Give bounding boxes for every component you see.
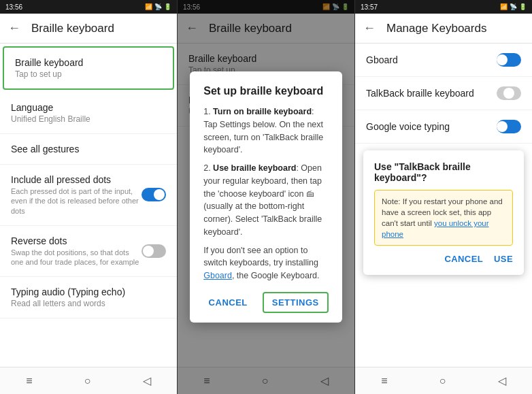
step2-title: Use braille keyboard (213, 163, 296, 173)
status-bar-3: 13:57 📶 📡 🔋 (355, 0, 532, 14)
page-title-3: Manage Keyboards (386, 22, 486, 35)
include-dots-subtitle: Each pressed dot is part of the input, e… (11, 186, 140, 216)
gboard-label: Gboard (366, 54, 398, 65)
include-dots-toggle[interactable] (142, 188, 166, 201)
gboard-link[interactable]: Gboard (203, 271, 232, 280)
setting-braille-keyboard-title: Braille keyboard (15, 57, 162, 68)
wifi-icon-1: 📡 (154, 3, 162, 10)
page-title-1: Braille keyboard (31, 22, 114, 35)
setting-see-all-gestures[interactable]: See all gestures (0, 134, 177, 165)
dialog-overlay: Set up braille keyboard 1. Turn on brail… (178, 0, 354, 394)
google-voice-label: Google voice typing (366, 121, 450, 132)
battery-icon-1: 🔋 (164, 3, 171, 10)
setting-language-subtitle: Unified English Braille (11, 114, 166, 124)
top-bar-3: ← Manage Keyboards (355, 14, 532, 44)
dialog-settings-button[interactable]: Settings (263, 292, 329, 313)
time-3: 13:57 (361, 3, 378, 11)
nav-back-3[interactable]: ◁ (498, 374, 506, 387)
battery-icon-3: 🔋 (519, 3, 527, 10)
small-dialog-cancel-button[interactable]: Cancel (444, 254, 483, 264)
manage-keyboards-list: Gboard TalkBack braille keyboard Google … (355, 44, 532, 367)
gboard-toggle[interactable] (497, 53, 521, 67)
signal-icon-1: 📶 (145, 3, 152, 10)
google-voice-toggle[interactable] (497, 120, 521, 133)
dialog-body: 1. Turn on braille keyboard: Tap Setting… (203, 105, 329, 282)
extra-text: If you don't see an option to switch key… (203, 246, 318, 268)
nav-menu-3[interactable]: ≡ (381, 375, 387, 387)
step2-text: : Open your regular keyboard, then tap t… (203, 163, 322, 237)
panel-braille-keyboard-setup: 13:56 📶 📡 🔋 ← Braille keyboard Braille k… (177, 0, 354, 394)
setup-dialog: Set up braille keyboard 1. Turn on brail… (190, 71, 342, 323)
typing-audio-subtitle: Read all letters and words (11, 299, 166, 308)
wifi-icon-3: 📡 (510, 3, 517, 10)
small-dialog-actions: Cancel Use (374, 254, 513, 264)
typing-audio-title: Typing audio (Typing echo) (11, 286, 166, 297)
talkback-label: TalkBack braille keyboard (366, 88, 474, 99)
time-1: 13:56 (5, 3, 22, 11)
nav-menu-1[interactable]: ≡ (26, 375, 32, 387)
nav-back-1[interactable]: ◁ (143, 374, 151, 387)
dialog-title: Set up braille keyboard (203, 85, 329, 97)
include-dots-title: Include all pressed dots (11, 174, 140, 185)
small-dialog-title: Use "TalkBack braille keyboard"? (374, 161, 513, 183)
manage-item-google-voice[interactable]: Google voice typing (355, 110, 532, 144)
top-bar-1: ← Braille keyboard (0, 14, 177, 44)
bottom-nav-3: ≡ ○ ◁ (355, 367, 532, 394)
status-bar-1: 13:56 📶 📡 🔋 (0, 0, 177, 14)
setting-typing-audio[interactable]: Typing audio (Typing echo) Read all lett… (0, 277, 177, 318)
reverse-dots-subtitle: Swap the dot positions, so that dots one… (11, 248, 140, 267)
dialog-actions: Cancel Settings (203, 292, 329, 313)
setting-reverse-dots[interactable]: Reverse dots Swap the dot positions, so … (0, 226, 177, 278)
small-dialog-note: Note: If you restart your phone and have… (374, 190, 513, 246)
setting-braille-keyboard-subtitle: Tap to set up (15, 69, 162, 79)
talkback-toggle[interactable] (497, 86, 521, 100)
reverse-dots-title: Reverse dots (11, 235, 140, 246)
reverse-dots-toggle[interactable] (142, 244, 166, 258)
setting-include-pressed-dots[interactable]: Include all pressed dots Each pressed do… (0, 165, 177, 226)
signal-icon-3: 📶 (500, 3, 508, 10)
manage-item-gboard[interactable]: Gboard (355, 44, 532, 77)
nav-home-3[interactable]: ○ (439, 375, 446, 387)
setting-language-title: Language (11, 102, 166, 113)
dialog-cancel-button[interactable]: Cancel (201, 292, 256, 313)
setting-gestures-title: See all gestures (11, 144, 166, 154)
step1-title: Turn on braille keyboard (213, 107, 312, 116)
bottom-nav-1: ≡ ○ ◁ (0, 367, 177, 394)
panel-manage-keyboards: 13:57 📶 📡 🔋 ← Manage Keyboards Gboard Ta… (354, 0, 532, 394)
setting-language[interactable]: Language Unified English Braille (0, 93, 177, 134)
extra-end: , the Google Keyboard. (232, 271, 320, 280)
panel-braille-keyboard-settings: 13:56 📶 📡 🔋 ← Braille keyboard Braille k… (0, 0, 177, 394)
nav-home-1[interactable]: ○ (84, 375, 91, 387)
back-button-1[interactable]: ← (8, 21, 20, 35)
back-button-3[interactable]: ← (363, 21, 376, 35)
talkback-confirm-dialog: Use "TalkBack braille keyboard"? Note: I… (363, 150, 524, 275)
manage-item-talkback[interactable]: TalkBack braille keyboard (355, 77, 532, 110)
settings-list-1: Braille keyboard Tap to set up Language … (0, 44, 177, 367)
small-dialog-use-button[interactable]: Use (494, 254, 513, 264)
setting-braille-keyboard[interactable]: Braille keyboard Tap to set up (3, 46, 174, 90)
